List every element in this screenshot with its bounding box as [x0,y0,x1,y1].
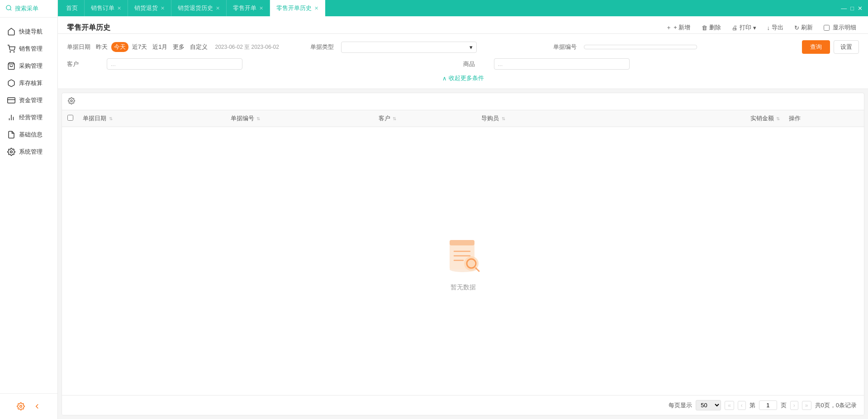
tab-retail-history[interactable]: 零售开单历史 ✕ [270,0,325,16]
goods-placeholder: ... [498,61,503,67]
sort-number-icon[interactable]: ⇅ [256,116,260,121]
tab-sales-return[interactable]: 销货退货 ✕ [128,0,171,16]
table-head: 单据日期 ⇅ 单据编号 ⇅ 客户 ⇅ 导购员 ⇅ [62,110,864,127]
number-label: 单据编号 [553,43,580,51]
window-maximize-btn[interactable]: □ [850,5,854,12]
type-select-arrow: ▾ [470,44,473,51]
sidebar: 搜索采单 快捷导航 销售管理 采购管理 库存核算 [0,0,58,419]
th-date-label: 单据日期 [83,115,106,122]
settings-button[interactable]: 设置 [834,40,859,54]
column-settings-btn[interactable] [66,96,76,107]
delete-button[interactable]: 🗑 删除 [699,22,724,33]
tab-sales-return-history-close[interactable]: ✕ [216,5,220,11]
tab-home-label: 首页 [66,4,78,12]
sort-date-icon[interactable]: ⇅ [109,116,113,121]
chart-icon [7,113,15,122]
sort-amount-icon[interactable]: ⇅ [776,116,780,121]
svg-rect-15 [450,240,474,245]
page-number-input[interactable] [759,400,777,410]
add-button[interactable]: ＋ + 新增 [663,22,693,33]
gear-icon [7,148,15,156]
table-toolbar [62,93,864,110]
select-all-checkbox[interactable] [67,115,73,121]
collapse-bar[interactable]: ∧ 收起更多条件 [67,74,859,82]
sort-customer-icon[interactable]: ⇅ [393,116,396,121]
tab-home[interactable]: 首页 [60,0,85,16]
date-opt-7days[interactable]: 近7天 [130,42,149,52]
refresh-icon: ↻ [794,24,799,31]
filter-type-section: 单据类型 ▾ [310,42,554,53]
data-table: 单据日期 ⇅ 单据编号 ⇅ 客户 ⇅ 导购员 ⇅ [62,110,864,127]
print-button[interactable]: 🖨 打印 ▾ [729,22,759,33]
tab-sales-return-history[interactable]: 销货退货历史 ✕ [171,0,227,16]
sidebar-item-label: 快捷导航 [19,28,43,36]
date-opt-today[interactable]: 今天 [111,42,128,52]
filter-date-section: 单据日期 昨天 今天 近7天 近1月 更多 自定义 2023-06-02 至 2… [67,42,310,52]
sidebar-item-label: 经营管理 [19,113,43,122]
select-all-th [62,110,78,127]
filter-customer-section: 客户 ... [67,58,463,70]
th-number: 单据编号 ⇅ [226,110,374,127]
goods-input[interactable]: ... [494,58,630,70]
tab-retail-open[interactable]: 零售开单 ✕ [227,0,270,16]
sidebar-item-inventory[interactable]: 库存核算 [0,75,57,92]
sidebar-item-basic-info[interactable]: 基础信息 [0,126,57,143]
goods-label: 商品 [463,60,490,68]
search-icon [5,5,12,13]
date-opt-more[interactable]: 更多 [171,42,186,52]
tab-sales-return-close[interactable]: ✕ [161,5,165,11]
sidebar-item-finance[interactable]: 资金管理 [0,92,57,109]
window-minimize-btn[interactable]: — [841,5,847,12]
search-sidebar-btn[interactable]: 搜索采单 [0,0,57,18]
empty-state: 暂无数据 [62,127,864,395]
date-opt-yesterday[interactable]: 昨天 [94,42,109,52]
toolbar: ＋ + 新增 🗑 删除 🖨 打印 ▾ ↓ 导出 ↻ [663,22,859,33]
svg-point-3 [14,52,14,52]
table-header-row: 单据日期 ⇅ 单据编号 ⇅ 客户 ⇅ 导购员 ⇅ [62,110,864,127]
page-size-select[interactable]: 50 10 20 100 [696,400,721,410]
svg-point-0 [6,5,11,10]
date-opt-1month[interactable]: 近1月 [151,42,169,52]
tab-sales-order[interactable]: 销售订单 ✕ [85,0,128,16]
sidebar-item-quick-nav[interactable]: 快捷导航 [0,23,57,40]
main-content: 首页 销售订单 ✕ 销货退货 ✕ 销货退货历史 ✕ 零售开单 ✕ 零售开单历史 … [58,0,868,419]
window-close-btn[interactable]: ✕ [858,5,863,12]
sort-salesperson-icon[interactable]: ⇅ [502,116,505,121]
sidebar-item-purchase-mgmt[interactable]: 采购管理 [0,57,57,75]
sidebar-collapse-btn[interactable] [30,399,44,414]
sidebar-item-label: 库存核算 [19,79,43,87]
customer-label: 客户 [67,60,94,68]
sidebar-item-operations[interactable]: 经营管理 [0,109,57,126]
sidebar-item-sales-mgmt[interactable]: 销售管理 [0,40,57,57]
refresh-button[interactable]: ↻ 刷新 [792,22,816,33]
type-select[interactable]: ▾ [341,42,477,53]
query-button[interactable]: 查询 [802,40,830,54]
print-dropdown-icon: ▾ [753,24,756,31]
first-page-btn[interactable]: « [725,401,734,410]
delete-label: 删除 [709,24,721,32]
sidebar-item-system[interactable]: 系统管理 [0,143,57,160]
tab-sales-return-label: 销货退货 [134,4,158,12]
page-content: 零售开单历史 ＋ + 新增 🗑 删除 🖨 打印 ▾ ↓ 导出 [58,16,868,419]
last-page-btn[interactable]: » [802,401,811,410]
tab-retail-history-close[interactable]: ✕ [314,5,318,11]
tab-sales-order-close[interactable]: ✕ [117,5,121,11]
date-label: 单据日期 [67,43,94,51]
sidebar-settings-btn[interactable] [14,399,28,414]
filter-row-1: 单据日期 昨天 今天 近7天 近1月 更多 自定义 2023-06-02 至 2… [67,40,859,54]
th-amount: 实销金额 ⇅ [637,110,785,127]
tab-retail-open-close[interactable]: ✕ [259,5,263,11]
next-page-btn[interactable]: › [790,401,798,410]
prev-page-btn[interactable]: ‹ [738,401,746,410]
total-info: 共0页，0条记录 [815,401,857,410]
export-button[interactable]: ↓ 导出 [764,22,787,33]
date-opt-custom[interactable]: 自定义 [188,42,209,52]
customer-input[interactable]: ... [107,58,242,70]
th-date: 单据日期 ⇅ [78,110,226,127]
collapse-label: 收起更多条件 [449,74,484,82]
number-input[interactable] [584,45,697,49]
display-cols-btn[interactable]: 显示明细 [821,22,859,33]
export-label: 导出 [772,24,783,32]
th-spacer [602,110,636,127]
display-cols-checkbox[interactable] [824,25,830,31]
